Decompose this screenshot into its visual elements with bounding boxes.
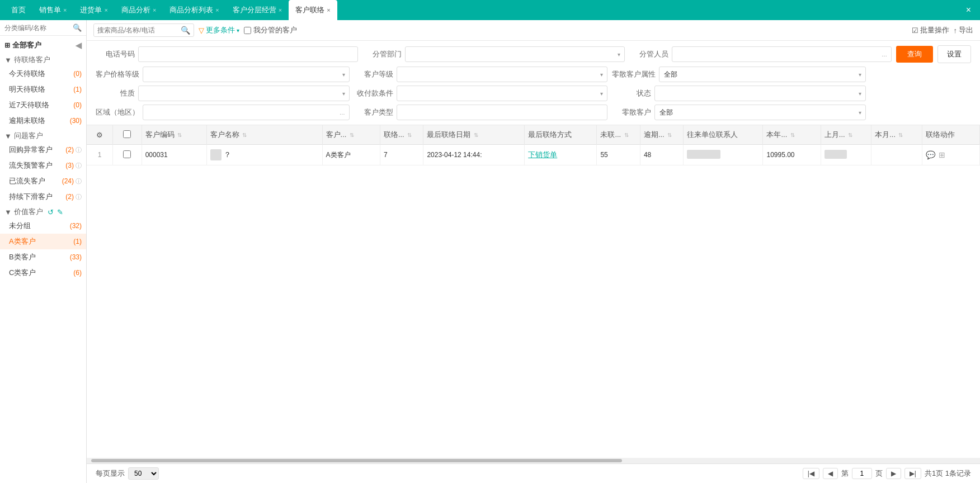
th-uncontacted[interactable]: 未联... ⇅ (597, 125, 640, 145)
next-page-btn[interactable]: ▶ (886, 468, 901, 479)
nav-tab-analysis-list[interactable]: 商品分析列表 × (163, 0, 225, 20)
my-customers-checkbox[interactable] (244, 27, 251, 34)
th-code[interactable]: 客户编码 ⇅ (142, 125, 206, 145)
sidebar-item-today[interactable]: 今天待联络 (0) (0, 66, 86, 82)
main-search-icon[interactable]: 🔍 (181, 26, 190, 35)
staff-input[interactable] (672, 46, 892, 62)
customer-level-label: 客户等级 (354, 69, 393, 79)
th-last-contact-method[interactable]: 最后联络方式 (525, 125, 597, 145)
row-checkbox[interactable] (123, 150, 131, 158)
select-all-checkbox[interactable] (123, 130, 131, 138)
sidebar-item-class-b[interactable]: B类客户 (33) (0, 249, 86, 265)
chat-icon[interactable]: 💬 (926, 150, 935, 159)
region-input[interactable] (143, 105, 350, 120)
dept-select[interactable] (405, 46, 625, 62)
th-name[interactable]: 客户名称 ⇅ (206, 125, 322, 145)
status-select[interactable] (654, 86, 866, 101)
last-method-link[interactable]: 下销货单 (528, 150, 557, 159)
first-page-btn[interactable]: |◀ (803, 468, 819, 479)
nav-tab-sales-close[interactable]: × (63, 7, 67, 13)
query-btn[interactable]: 查询 (896, 46, 933, 63)
sidebar-item-unclassified[interactable]: 未分组 (32) (0, 218, 86, 234)
sidebar-item-abnormal[interactable]: 回购异常客户 (2) ⓘ (0, 142, 86, 158)
qrcode-icon[interactable]: ⊞ (939, 150, 945, 159)
all-customers-header[interactable]: ⊞ 全部客户 ◀ (0, 36, 86, 53)
payment-select[interactable] (397, 86, 608, 101)
th-gear[interactable]: ⚙ (87, 125, 113, 145)
th-last-contact-date[interactable]: 最后联络日期 ⇅ (423, 125, 525, 145)
th-unit-contact[interactable]: 往来单位联系人 (684, 125, 763, 145)
batch-op-btn[interactable]: ☑ 批量操作 (912, 25, 949, 35)
region-label: 区域（地区） (96, 107, 139, 117)
arrow-down-icon3: ▼ (4, 208, 12, 216)
sidebar-collapse-btn[interactable]: ◀ (76, 41, 82, 50)
th-this-month[interactable]: 本月... ⇅ (871, 125, 922, 145)
sidebar-search-icon[interactable]: 🔍 (73, 23, 82, 32)
sidebar-item-class-a[interactable]: A类客户 (1) (0, 234, 86, 249)
filter-phone: 电话号码 (96, 46, 358, 62)
last-page-btn[interactable]: ▶| (904, 468, 921, 479)
sidebar-item-declining[interactable]: 持续下滑客户 (2) ⓘ (0, 189, 86, 205)
main-layout: 🔍 ⊞ 全部客户 ◀ ▼ 待联络客户 今天待联络 (0) 明天待联络 (1) 近… (0, 20, 980, 483)
sidebar-search-bar: 🔍 (0, 20, 86, 36)
customer-level-select[interactable] (397, 67, 608, 82)
nav-tab-purchase-close[interactable]: × (104, 7, 107, 13)
gear-icon[interactable]: ⚙ (96, 131, 103, 139)
page-input[interactable] (852, 468, 872, 479)
th-level[interactable]: 客户... ⇅ (322, 125, 380, 145)
my-customers-check[interactable]: 我分管的客户 (244, 25, 297, 35)
more-conditions-btn[interactable]: ▽ 更多条件 ▾ (199, 25, 239, 35)
th-this-year[interactable]: 本年... ⇅ (763, 125, 821, 145)
page-size-select[interactable]: 50 100 200 (128, 467, 159, 480)
filter-bar: 🔍 ▽ 更多条件 ▾ 我分管的客户 ☑ 批量操作 ↑ 导出 (87, 20, 980, 41)
edit-icon[interactable]: ✎ (57, 208, 63, 216)
data-table: ⚙ 客户编码 ⇅ 客户名称 ⇅ (87, 125, 980, 165)
nav-tab-customer-tier-close[interactable]: × (279, 7, 282, 13)
sort-icon-this-year: ⇅ (790, 132, 795, 138)
sidebar-item-tomorrow[interactable]: 明天待联络 (1) (0, 82, 86, 97)
filter-right-actions: ☑ 批量操作 ↑ 导出 (912, 25, 974, 35)
nav-tab-sales[interactable]: 销售单 × (32, 0, 73, 20)
sidebar-item-class-c[interactable]: C类客户 (6) (0, 265, 86, 281)
sort-icon-date: ⇅ (474, 132, 478, 138)
sort-icon-name: ⇅ (242, 132, 247, 138)
th-last-month[interactable]: 上月... ⇅ (821, 125, 871, 145)
settings-btn[interactable]: 设置 (937, 45, 971, 63)
nav-tab-analysis-close[interactable]: × (153, 7, 156, 13)
th-checkbox (113, 125, 142, 145)
footer-right: |◀ ◀ 第 页 ▶ ▶| 共1页 1条记录 (803, 468, 971, 479)
phone-input[interactable] (138, 46, 358, 62)
th-contact-count[interactable]: 联络... ⇅ (380, 125, 423, 145)
retail-customer-select[interactable]: 全部 (654, 105, 866, 120)
info-icon-warning: ⓘ (76, 162, 82, 170)
nav-tab-customer-contact[interactable]: 客户联络 × (289, 0, 337, 20)
prev-page-btn[interactable]: ◀ (823, 468, 838, 479)
app-close-button[interactable]: × (962, 5, 976, 15)
sidebar-item-overdue[interactable]: 逾期未联络 (30) (0, 113, 86, 129)
customer-type-input[interactable] (397, 105, 608, 120)
th-overdue[interactable]: 逾期... ⇅ (640, 125, 684, 145)
sidebar-item-churned[interactable]: 已流失客户 (24) ⓘ (0, 173, 86, 189)
sort-icon-code: ⇅ (177, 132, 182, 138)
pending-group-label: ▼ 待联络客户 (0, 53, 86, 66)
nav-tab-analysis-list-label: 商品分析列表 (169, 5, 213, 15)
nav-tab-customer-tier[interactable]: 客户分层经营 × (226, 0, 289, 20)
price-level-select[interactable] (143, 67, 350, 82)
table-scrollbar[interactable] (87, 458, 980, 463)
sidebar-item-7days[interactable]: 近7天待联络 (0) (0, 97, 86, 113)
nav-tab-analysis[interactable]: 商品分析 × (115, 0, 163, 20)
nature-select[interactable] (138, 86, 350, 101)
refresh-icon[interactable]: ↺ (48, 208, 54, 216)
filter-retail-attr: 零散客户属性 全部 ▾ (612, 67, 866, 82)
main-search-input[interactable] (97, 26, 178, 34)
nav-tab-analysis-list-close[interactable]: × (215, 7, 219, 13)
nav-tab-customer-contact-close[interactable]: × (327, 7, 330, 13)
sidebar-search-input[interactable] (4, 24, 73, 32)
nav-home[interactable]: 首页 (4, 0, 32, 20)
export-btn[interactable]: ↑ 导出 (954, 25, 974, 35)
sort-icon-overdue: ⇅ (667, 132, 672, 138)
retail-attr-select[interactable]: 全部 (659, 67, 866, 82)
info-icon-churned: ⓘ (76, 177, 82, 186)
nav-tab-purchase[interactable]: 进货单 × (73, 0, 114, 20)
sidebar-item-churn-warning[interactable]: 流失预警客户 (3) ⓘ (0, 158, 86, 173)
